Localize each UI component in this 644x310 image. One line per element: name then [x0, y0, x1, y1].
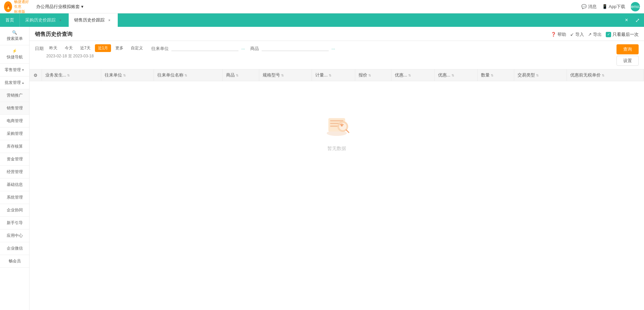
sidebar-item-new-guide[interactable]: 新手引导: [0, 217, 29, 229]
close-all-tabs-button[interactable]: ×: [623, 16, 631, 24]
th-partner-name[interactable]: 往来单位名称 ⇅: [154, 69, 223, 81]
th-spec[interactable]: 规格型号 ⇅: [259, 69, 312, 81]
sort-icon: ⇅: [491, 73, 493, 77]
th-qty[interactable]: 数量 ⇅: [478, 69, 514, 81]
sidebar-item-inventory[interactable]: 库存核算: [0, 140, 29, 153]
query-button[interactable]: 查询: [616, 44, 639, 54]
data-table: ⚙ 业务发生... ⇅ 往来单位: [30, 69, 644, 81]
sidebar-item-new-guide-label: 新手引导: [7, 220, 23, 226]
th-pre-tax-price[interactable]: 优惠前无税单价 ⇅: [567, 69, 644, 81]
industry-selector[interactable]: 办公用品行业模拟账套 ▾: [34, 4, 86, 10]
only-last-checkbox-wrap[interactable]: ✓ 只看最后一次: [606, 32, 639, 38]
message-icon: 💬: [581, 4, 587, 9]
header-left: 🔥 畅捷通好生意 标准版 办公用品行业模拟账套 ▾: [4, 0, 86, 14]
th-biz-date[interactable]: 业务发生... ⇅: [42, 69, 101, 81]
partner-input[interactable]: [171, 44, 238, 51]
sidebar-item-ops-mgmt-label: 经营管理: [7, 169, 23, 175]
sidebar-item-marketing-label: 营销推广: [7, 93, 23, 98]
page-title: 销售历史价查询: [35, 31, 72, 38]
th-quoted-price[interactable]: 报价 ⇅: [355, 69, 391, 81]
tab-purchase-history[interactable]: 采购历史价跟踪 ×: [20, 13, 69, 27]
sidebar-item-marketing[interactable]: 营销推广: [0, 89, 29, 102]
tab-sales-history[interactable]: 销售历史价跟踪 ×: [69, 13, 118, 27]
only-last-checkbox[interactable]: ✓: [606, 32, 611, 37]
import-icon: ↙: [570, 32, 574, 37]
sidebar-item-enterprise-coop-label: 企业协同: [7, 207, 23, 213]
tab-bar-actions: × ⤢: [623, 16, 641, 24]
sidebar-item-basic-info-label: 基础信息: [7, 182, 23, 188]
quick-nav-icon: ⚡: [12, 49, 17, 53]
logo-text: 畅捷通好生意 标准版: [14, 0, 31, 14]
search-menu-icon: 🔍: [12, 30, 17, 35]
svg-point-8: [341, 124, 343, 126]
sidebar-item-purchase-mgmt-label: 采购管理: [7, 131, 23, 137]
th-discount2[interactable]: 优惠... ⇅: [434, 69, 478, 81]
help-button[interactable]: ❓ 帮助: [551, 32, 566, 38]
partner-dots[interactable]: ...: [241, 45, 245, 50]
th-discount1[interactable]: 优惠... ⇅: [391, 69, 435, 81]
sidebar-item-member[interactable]: 畅会员: [0, 255, 29, 268]
sidebar-item-app-center[interactable]: 应用中心: [0, 229, 29, 242]
message-action[interactable]: 💬 消息: [581, 4, 597, 10]
user-avatar-action[interactable]: demo2: [631, 2, 640, 11]
logo-area: 🔥 畅捷通好生意 标准版: [4, 0, 31, 14]
sidebar-item-app-center-label: 应用中心: [7, 233, 23, 239]
maximize-button[interactable]: ⤢: [633, 16, 641, 24]
date-btn-yesterday[interactable]: 昨天: [46, 44, 60, 52]
th-trade-type[interactable]: 交易类型 ⇅: [514, 69, 567, 81]
logo-icon: 🔥: [4, 1, 12, 12]
sidebar-item-basic-info[interactable]: 基础信息: [0, 178, 29, 191]
th-partner-code[interactable]: 往来单位 ⇅: [101, 69, 154, 81]
sort-icon: ⇅: [236, 73, 238, 77]
sidebar-item-ecom-mgmt[interactable]: 电商管理: [0, 115, 29, 127]
sidebar-item-finance-mgmt-label: 资金管理: [7, 156, 23, 162]
sort-icon: ⇅: [123, 73, 126, 77]
th-product[interactable]: 商品 ⇅: [223, 69, 259, 81]
page-content: 销售历史价查询 ❓ 帮助 ↙ 导入 ↗ 导出 ✓: [30, 27, 644, 310]
empty-icon: [320, 108, 354, 142]
product-filter-group: 商品 ...: [250, 44, 335, 52]
import-button[interactable]: ↙ 导入: [570, 32, 584, 38]
avatar: demo2: [631, 2, 640, 11]
gear-icon[interactable]: ⚙: [34, 73, 38, 78]
tab-home[interactable]: 首页: [0, 13, 20, 27]
tab-sales-close[interactable]: ×: [107, 17, 112, 23]
only-last-label: 只看最后一次: [612, 32, 639, 38]
top-header: 🔥 畅捷通好生意 标准版 办公用品行业模拟账套 ▾ 💬 消息 📱 App下载 d…: [0, 0, 644, 13]
settings-button[interactable]: 设置: [616, 56, 639, 66]
date-btn-today[interactable]: 今天: [62, 44, 76, 52]
sidebar-item-search-menu[interactable]: 🔍 搜索菜单: [0, 27, 29, 45]
product-filter-label: 商品: [250, 44, 259, 52]
chevron-down-icon: ▾: [81, 4, 84, 9]
export-button[interactable]: ↗ 导出: [588, 32, 602, 38]
chevron-down-icon: ▼: [21, 68, 25, 72]
date-btn-7days[interactable]: 近7天: [77, 44, 94, 52]
date-range-text: 2023-02-18 至 2023-03-18: [46, 53, 146, 59]
sidebar-item-enterprise-wechat-label: 企业微信: [7, 246, 23, 251]
th-unit[interactable]: 计量... ⇅: [312, 69, 355, 81]
sidebar-item-finance-mgmt[interactable]: 资金管理: [0, 153, 29, 166]
header-right: 💬 消息 📱 App下载 demo2: [581, 2, 640, 11]
tab-home-label: 首页: [5, 17, 14, 23]
product-dots[interactable]: ...: [331, 45, 335, 50]
sidebar-item-quick-nav[interactable]: ⚡ 快捷导航: [0, 45, 29, 64]
sort-icon: ⇅: [602, 73, 604, 77]
date-btn-1month[interactable]: 近1月: [95, 44, 111, 52]
content-area: 销售历史价查询 ❓ 帮助 ↙ 导入 ↗ 导出 ✓: [30, 27, 644, 310]
sidebar-item-sys-mgmt[interactable]: 系统管理: [0, 191, 29, 204]
sidebar-item-purchase-mgmt[interactable]: 采购管理: [0, 127, 29, 140]
sidebar-item-ops-mgmt[interactable]: 经营管理: [0, 166, 29, 178]
date-btn-more[interactable]: 更多: [112, 44, 126, 52]
sidebar-item-enterprise-wechat[interactable]: 企业微信: [0, 242, 29, 255]
sort-icon: ⇅: [329, 73, 331, 77]
tab-purchase-close[interactable]: ×: [58, 17, 63, 23]
sidebar-item-sales-mgmt[interactable]: 销售管理: [0, 102, 29, 115]
sidebar-item-enterprise-coop[interactable]: 企业协同: [0, 204, 29, 217]
th-gear[interactable]: ⚙: [30, 69, 42, 81]
sidebar-item-wholesale-mgmt[interactable]: 批发管理 ▲: [0, 76, 29, 89]
sidebar-item-retail-mgmt[interactable]: 零售管理 ▼: [0, 64, 29, 76]
app-download-action[interactable]: 📱 App下载: [602, 4, 625, 10]
date-btn-custom[interactable]: 自定义: [128, 44, 146, 52]
sidebar-item-sys-mgmt-label: 系统管理: [7, 195, 23, 200]
product-input[interactable]: [262, 44, 329, 51]
